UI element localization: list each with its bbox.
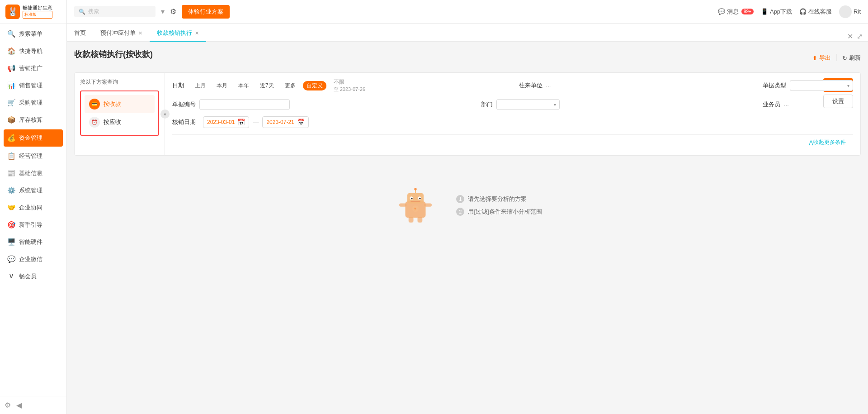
voucher-type-select-wrapper: ▾ [790, 80, 853, 91]
logo-icon: 🐰 [5, 5, 20, 19]
search-icon: 🔍 [79, 9, 85, 15]
sidebar-item-label: 搜索菜单 [19, 30, 42, 38]
marketing-icon: 📢 [7, 64, 15, 72]
tab-expand-icon[interactable]: ⤢ [857, 32, 863, 41]
inventory-icon: 📦 [7, 116, 15, 124]
refresh-icon: ↻ [842, 55, 847, 62]
collapse-label: 收起更多条件 [813, 138, 846, 146]
main-area: 🔍 搜索 ▾ ⚙ 体验行业方案 💬 消息 99+ 📱 App下载 🎧 在线客服 … [67, 0, 868, 414]
voucher-no-input[interactable] [199, 99, 290, 110]
date-btn-7days[interactable]: 近7天 [256, 81, 278, 90]
voucher-no-field: 单据编号 [172, 99, 290, 110]
filter-sidebar-title: 按以下方案查询 [80, 78, 159, 86]
svg-point-5 [419, 198, 421, 200]
tab-prepaid-close[interactable]: ✕ [138, 30, 142, 36]
filter-collapse-btn[interactable]: « [160, 109, 170, 119]
app-download-icon: 📱 [761, 8, 768, 15]
tab-close-all-icon[interactable]: ✕ [847, 32, 853, 41]
date-btn-more[interactable]: 更多 [281, 81, 299, 90]
writeoff-end-cal-icon[interactable]: 📅 [297, 119, 305, 126]
settings-gear-icon[interactable]: ⚙ [170, 7, 176, 16]
message-badge: 99+ [741, 9, 754, 14]
user-name: Rit [854, 8, 861, 15]
sidebar-item-finance[interactable]: 💰 资金管理 [4, 129, 63, 147]
sidebar-item-basic-info[interactable]: 📰 基础信息 [0, 165, 66, 182]
sidebar-item-purchase[interactable]: 🛒 采购管理 [0, 94, 66, 111]
date-label: 日期 [172, 81, 184, 90]
sidebar-item-wechat[interactable]: 💬 企业微信 [0, 251, 66, 268]
app-badge: 标准版 [23, 11, 52, 19]
voucher-type-select[interactable] [790, 80, 853, 91]
filter-option-receivable[interactable]: ⏰ 按应收 [85, 113, 155, 131]
writeoff-date-range: 2023-03-01 📅 — 2023-07-21 📅 [203, 116, 309, 128]
svg-rect-9 [399, 204, 406, 207]
filter-receipt-icon: 💳 [89, 99, 100, 109]
refresh-button[interactable]: ↻ 刷新 [842, 54, 861, 62]
bottom-collapse-icon[interactable]: ◀ [16, 401, 22, 409]
search-placeholder: 搜索 [88, 8, 99, 15]
sidebar-item-label: 快捷导航 [19, 47, 42, 55]
topbar-search[interactable]: 🔍 搜索 [74, 6, 156, 17]
filter-area: 按以下方案查询 💳 按收款 ⏰ 按应收 « [74, 72, 861, 156]
writeoff-date-start: 2023-03-01 [207, 119, 235, 125]
dropdown-icon[interactable]: ▾ [161, 7, 165, 16]
sidebar-item-enterprise[interactable]: 🤝 企业协同 [0, 199, 66, 216]
app-download-item[interactable]: 📱 App下载 [761, 8, 792, 16]
export-label: 导出 [819, 54, 831, 62]
filter-sidebar: 按以下方案查询 💳 按收款 ⏰ 按应收 [75, 73, 165, 155]
tab-home[interactable]: 首页 [67, 25, 93, 42]
sidebar-item-label: 库存核算 [19, 116, 42, 124]
date-btn-this-month[interactable]: 本月 [213, 81, 231, 90]
writeoff-start-cal-icon[interactable]: 📅 [237, 119, 245, 126]
purchase-icon: 🛒 [7, 99, 15, 107]
counterparty-label: 往来单位 [519, 81, 542, 90]
settings-button[interactable]: 设置 [823, 95, 853, 108]
user-area[interactable]: Rit [839, 5, 861, 18]
online-service-label: 在线客服 [808, 8, 832, 16]
svg-rect-6 [411, 201, 421, 202]
sidebar-item-quick-nav[interactable]: 🏠 快捷导航 [0, 43, 66, 60]
sidebar-item-label: 企业协同 [19, 204, 42, 212]
date-btn-last-month[interactable]: 上月 [191, 81, 209, 90]
user-avatar [839, 5, 852, 18]
dept-select[interactable] [496, 99, 560, 110]
sidebar: 🐰 畅捷通好生意 标准版 🔍 搜索菜单 🏠 快捷导航 📢 营销推广 📊 销售管理… [0, 0, 67, 414]
message-icon: 💬 [718, 8, 725, 15]
tip-num-1: 1 [456, 195, 464, 203]
date-btn-custom[interactable]: 自定义 [303, 81, 326, 90]
online-service-item[interactable]: 🎧 在线客服 [799, 8, 832, 16]
sidebar-item-inventory[interactable]: 📦 库存核算 [0, 111, 66, 128]
sidebar-item-label: 资金管理 [19, 134, 42, 142]
date-btn-this-year[interactable]: 本年 [235, 81, 253, 90]
search-menu-icon: 🔍 [7, 30, 15, 38]
sidebar-item-system[interactable]: ⚙️ 系统管理 [0, 182, 66, 199]
tab-writeoff-close[interactable]: ✕ [195, 30, 199, 36]
collapse-more-btn[interactable]: ⋀ 收起更多条件 [172, 134, 853, 150]
writeoff-date-label: 核销日期 [172, 118, 196, 126]
sidebar-item-search-menu[interactable]: 🔍 搜索菜单 [0, 25, 66, 43]
enterprise-icon: 🤝 [7, 204, 15, 212]
filter-option-receipt[interactable]: 💳 按收款 [85, 95, 155, 113]
page-title: 收款核销执行(按收款) [74, 49, 153, 60]
sidebar-item-label: 智能硬件 [19, 238, 42, 246]
tab-writeoff[interactable]: 收款核销执行 ✕ [150, 25, 206, 42]
writeoff-date-start-box[interactable]: 2023-03-01 📅 [203, 116, 249, 128]
sidebar-item-member[interactable]: V 畅会员 [0, 268, 66, 285]
svg-point-8 [415, 188, 417, 190]
message-item[interactable]: 💬 消息 99+ [718, 8, 754, 16]
tab-prepaid[interactable]: 预付冲应付单 ✕ [93, 25, 150, 42]
sidebar-item-sales[interactable]: 📊 销售管理 [0, 77, 66, 94]
industry-btn[interactable]: 体验行业方案 [182, 5, 230, 19]
writeoff-date-end-box[interactable]: 2023-07-21 📅 [262, 116, 308, 128]
date-separator: — [253, 119, 259, 126]
bottom-settings-icon[interactable]: ⚙ [5, 401, 11, 409]
sidebar-item-hardware[interactable]: 🖥️ 智能硬件 [0, 233, 66, 251]
member-icon: V [7, 273, 15, 280]
export-button[interactable]: ⬆ 导出 [812, 54, 831, 62]
sidebar-item-guide[interactable]: 🎯 新手引导 [0, 216, 66, 233]
sidebar-item-operations[interactable]: 📋 经营管理 [0, 148, 66, 165]
sidebar-item-label: 采购管理 [19, 99, 42, 107]
sidebar-item-label: 销售管理 [19, 81, 42, 90]
dept-label: 部门 [481, 100, 493, 109]
sidebar-item-marketing[interactable]: 📢 营销推广 [0, 60, 66, 77]
